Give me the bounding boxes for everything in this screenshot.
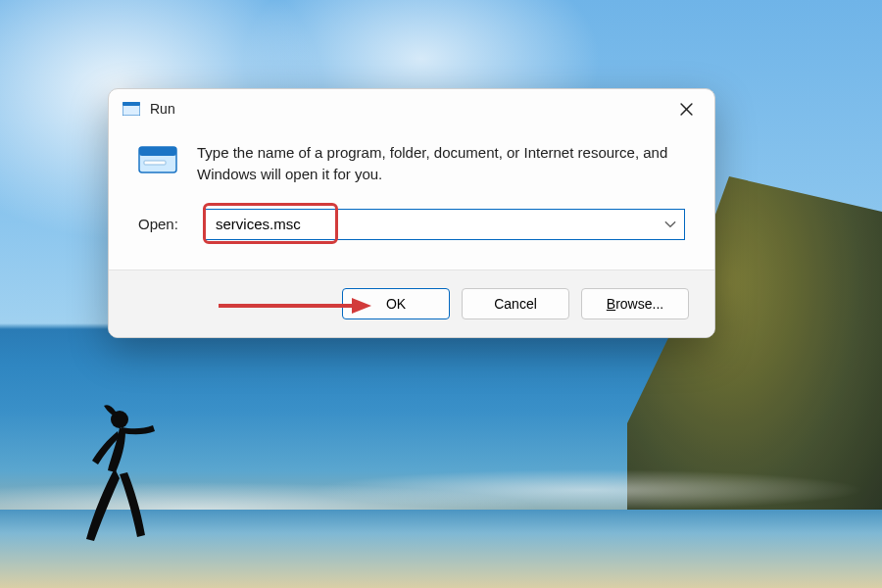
open-combobox[interactable]	[205, 209, 685, 240]
svg-rect-2	[122, 102, 140, 106]
close-icon	[680, 103, 693, 116]
close-button[interactable]	[663, 93, 709, 124]
wallpaper-runner	[69, 402, 167, 549]
browse-accel: B	[607, 296, 615, 312]
svg-rect-4	[139, 147, 176, 156]
browse-button[interactable]: Browse...	[581, 288, 689, 319]
run-icon	[122, 102, 140, 116]
run-app-icon	[138, 144, 177, 175]
dialog-footer: OK Cancel Browse...	[109, 270, 714, 337]
browse-rest: rowse...	[615, 296, 663, 312]
dialog-title: Run	[150, 101, 175, 117]
ok-button[interactable]: OK	[342, 288, 450, 319]
open-label: Open:	[138, 216, 189, 232]
open-input[interactable]	[205, 209, 685, 240]
dialog-description: Type the name of a program, folder, docu…	[197, 142, 685, 185]
titlebar[interactable]: Run	[109, 89, 714, 128]
cancel-button[interactable]: Cancel	[462, 288, 569, 319]
run-dialog: Run Type the name of a program, folder, …	[108, 88, 715, 338]
svg-rect-5	[144, 161, 166, 165]
